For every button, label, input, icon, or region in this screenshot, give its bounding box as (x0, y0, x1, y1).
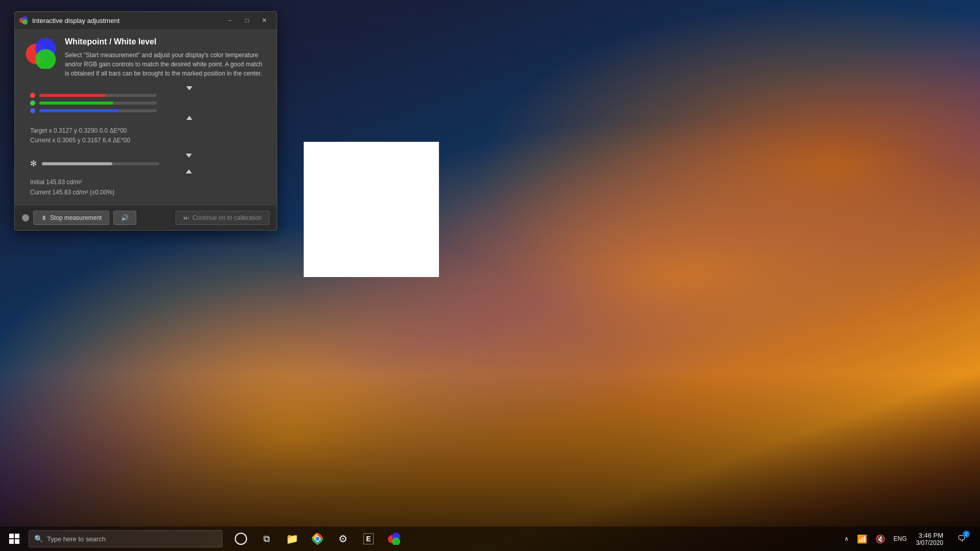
green-dot (30, 101, 35, 106)
volume-button[interactable]: 🔇 (872, 527, 889, 551)
city-overlay (0, 271, 980, 527)
displaycal-taskbar-icon (388, 533, 400, 545)
volume-muted-icon: 🔇 (875, 534, 886, 544)
task-view-button[interactable]: ⧉ (254, 527, 279, 551)
clock-button[interactable]: 3:46 PM 3/07/2020 (912, 527, 947, 551)
epic-button[interactable]: E (356, 527, 381, 551)
target-coords: Target x 0.3127 y 0.3290 0.0 ΔE*00 (30, 126, 261, 136)
epic-icon: E (363, 533, 373, 544)
red-slider-row (30, 93, 261, 98)
taskbar: 🔍 Type here to search ⧉ 📁 ⚙ E (0, 527, 980, 551)
target-arrow-up (186, 116, 192, 120)
search-bar[interactable]: 🔍 Type here to search (29, 530, 223, 547)
pause-icon: ⏸ (41, 214, 47, 221)
steam-icon: ⚙ (338, 533, 348, 545)
dialog-content: Whitepoint / White level Select "Start m… (15, 29, 277, 197)
lum-target-arrow-up (186, 169, 192, 173)
clock-date: 3/07/2020 (916, 539, 943, 546)
blue-slider-track (39, 109, 157, 112)
chrome-icon (311, 533, 324, 545)
blue-slider-fill (39, 109, 119, 112)
window-controls: − □ ✕ (222, 13, 273, 28)
app-icon (19, 16, 28, 25)
bottom-bar: ⏸ Stop measurement 🔊 ⏭ Continue on to ca… (15, 206, 277, 230)
volume-icon: 🔊 (121, 214, 129, 221)
chevron-up-icon: ∧ (844, 535, 849, 542)
maximize-button[interactable]: □ (239, 13, 255, 28)
clock-time: 3:46 PM (919, 532, 943, 539)
windows-logo (9, 534, 19, 544)
red-dot (30, 93, 35, 98)
svg-point-5 (35, 49, 56, 69)
svg-point-8 (315, 537, 320, 541)
sliders-section (25, 86, 266, 120)
sun-icon: ✻ (30, 159, 37, 168)
win-logo-bl (9, 539, 14, 544)
file-explorer-icon: 📁 (286, 533, 299, 545)
win-logo-tr (15, 534, 19, 538)
lum-slider-fill (42, 162, 112, 165)
start-button[interactable] (2, 527, 27, 551)
current-luminance: Current 145.83 cd/m² (±0.00%) (30, 188, 261, 197)
language-text: ENG (894, 535, 907, 542)
continue-btn-label: Continue on to calibration (192, 214, 262, 221)
status-indicator (22, 214, 29, 221)
dialog-window: Interactive display adjustment − □ ✕ Whi… (14, 11, 277, 231)
coords-section: Target x 0.3127 y 0.3290 0.0 ΔE*00 Curre… (25, 126, 266, 145)
steam-button[interactable]: ⚙ (331, 527, 355, 551)
win-logo-tl (9, 534, 14, 538)
cortana-icon (235, 533, 247, 545)
chrome-button[interactable] (305, 527, 330, 551)
task-view-icon: ⧉ (263, 534, 270, 544)
taskbar-center-items: ⧉ 📁 ⚙ E (229, 527, 406, 551)
blue-dot (30, 108, 35, 113)
cortana-button[interactable] (229, 527, 253, 551)
lum-target-arrow-down (186, 154, 192, 158)
language-button[interactable]: ENG (891, 527, 910, 551)
stop-btn-label: Stop measurement (50, 214, 102, 221)
continue-calibration-button[interactable]: ⏭ Continue on to calibration (176, 211, 270, 225)
win-logo-br (15, 539, 19, 544)
skip-icon: ⏭ (183, 214, 189, 221)
red-slider-track (39, 94, 157, 97)
title-bar: Interactive display adjustment − □ ✕ (15, 12, 277, 29)
red-slider-fill (39, 94, 106, 97)
header-section: Whitepoint / White level Select "Start m… (25, 37, 266, 78)
header-text: Whitepoint / White level Select "Start m… (65, 37, 266, 78)
luminance-row: ✻ (30, 159, 261, 168)
wifi-button[interactable]: 📶 (854, 527, 870, 551)
luminance-values: Initial 145.83 cd/m² Current 145.83 cd/m… (25, 178, 266, 197)
displaycal-logo (25, 37, 57, 69)
search-placeholder-text: Type here to search (47, 535, 106, 543)
title-bar-text: Interactive display adjustment (32, 17, 222, 24)
file-explorer-button[interactable]: 📁 (280, 527, 304, 551)
notification-button[interactable]: 🗨 2 (949, 527, 974, 551)
wifi-icon: 📶 (857, 534, 867, 544)
green-slider-row (30, 101, 261, 106)
stop-measurement-button[interactable]: ⏸ Stop measurement (33, 211, 109, 225)
system-tray-expand[interactable]: ∧ (841, 527, 852, 551)
audio-button[interactable]: 🔊 (113, 211, 136, 225)
section-title: Whitepoint / White level (65, 37, 266, 46)
svg-point-2 (22, 19, 28, 25)
taskbar-right: ∧ 📶 🔇 ENG 3:46 PM 3/07/2020 🗨 2 (841, 527, 978, 551)
notification-badge: 2 (963, 531, 970, 538)
lum-slider-track (42, 162, 159, 165)
minimize-button[interactable]: − (222, 13, 238, 28)
green-slider-fill (39, 102, 113, 105)
current-coords: Current x 0.3065 y 0.3167 6.4 ΔE*00 (30, 136, 261, 145)
displaycal-taskbar-button[interactable] (382, 527, 406, 551)
target-arrow-down (186, 86, 192, 90)
calibration-white-patch (304, 142, 439, 277)
green-slider-track (39, 102, 157, 105)
blue-slider-row (30, 108, 261, 113)
initial-luminance: Initial 145.83 cd/m² (30, 178, 261, 187)
section-description: Select "Start measurement" and adjust yo… (65, 51, 266, 78)
search-icon: 🔍 (34, 535, 43, 543)
luminance-section: ✻ (25, 154, 266, 173)
close-button[interactable]: ✕ (256, 13, 273, 28)
